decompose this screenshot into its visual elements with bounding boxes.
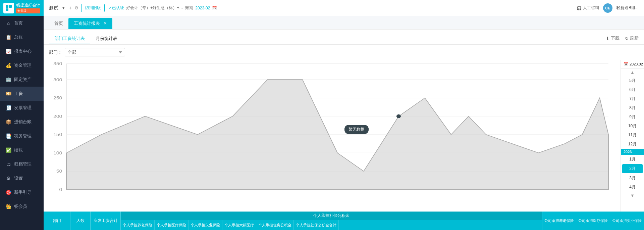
chart-container: 0 50 100 150 200 250 300 xyxy=(49,60,617,205)
th-group-cols: 个人承担养老保险 个人承担医疗保险 个人承担失业保险 个人承担大额医疗 个人承担… xyxy=(121,220,542,230)
main-content: 测试 ▾ + ⚙ 切到旧版 ✓已认证 好会计（专）+好生意（标）+… 账期 20… xyxy=(44,0,644,230)
th-count: 人数 xyxy=(70,212,91,230)
settings-icon[interactable]: ⚙ xyxy=(74,5,78,10)
topbar: 测试 ▾ + ⚙ 切到旧版 ✓已认证 好会计（专）+好生意（标）+… 账期 20… xyxy=(44,0,644,16)
date-item-3[interactable]: 3月 xyxy=(621,174,644,183)
sidebar-item-purchase[interactable]: 📦进销台账 xyxy=(0,115,44,129)
sidebar-item-label: 报表中心 xyxy=(14,48,32,54)
sidebar-item-label: 畅会员 xyxy=(14,203,27,210)
year-2023: 2023 xyxy=(621,149,644,155)
sidebar-item-ledger[interactable]: 📋总账 xyxy=(0,30,44,44)
date-item-6[interactable]: 6月 xyxy=(621,85,644,94)
settle-icon: ✅ xyxy=(5,147,11,153)
date-item-2[interactable]: 2月 xyxy=(622,164,643,173)
th-pension: 个人承担养老保险 xyxy=(121,220,155,230)
sidebar-item-salary[interactable]: 💴工资 xyxy=(0,87,44,101)
date-panel-header: 📅 2023.02 xyxy=(621,60,644,68)
date-item-1[interactable]: 1月 xyxy=(621,155,644,164)
svg-text:50: 50 xyxy=(56,169,62,174)
date-item-8[interactable]: 8月 xyxy=(621,103,644,112)
add-icon[interactable]: + xyxy=(69,5,72,11)
settings-icon: ⚙ xyxy=(5,176,11,181)
avatar[interactable]: CE xyxy=(603,3,612,13)
calendar-small-icon: 📅 xyxy=(624,62,628,66)
archive-icon: 🗂 xyxy=(5,162,11,167)
date-item-11[interactable]: 11月 xyxy=(621,131,644,140)
refresh-button[interactable]: ↻ 刷新 xyxy=(625,34,639,43)
date-panel: 📅 2023.02 ▲ 5月 6月 7月 8月 9月 10月 11月 12月 2… xyxy=(621,60,644,212)
product-info: 好会计（专）+好生意（标）+… xyxy=(126,5,183,11)
sidebar-item-label: 税务管理 xyxy=(14,133,32,139)
dept-label: 部门： xyxy=(49,49,62,55)
vip-icon: 👑 xyxy=(5,204,11,209)
date-item-10[interactable]: 10月 xyxy=(621,122,644,131)
period-label: 账期 xyxy=(185,5,193,11)
svg-rect-0 xyxy=(6,5,8,8)
sidebar-item-label: 发票管理 xyxy=(14,105,32,111)
sidebar-item-newguide[interactable]: 🎯新手引导 xyxy=(0,185,44,199)
tab-home[interactable]: 首页 xyxy=(49,18,68,29)
th-company-pension: 公司承担养老保险 xyxy=(542,212,576,230)
sidebar-item-label: 资金管理 xyxy=(14,62,32,68)
th-company-unemployment: 公司承担失业保险 xyxy=(610,212,644,230)
headset-icon: 🎧 xyxy=(577,6,582,10)
calendar-icon[interactable]: 📅 xyxy=(212,6,217,10)
date-down-button[interactable]: ▼ xyxy=(621,192,644,199)
sidebar-item-invoice[interactable]: 🧾发票管理 xyxy=(0,101,44,115)
th-group-title: 个人承担社保公积金 xyxy=(121,212,542,220)
download-button[interactable]: ⬇ 下载 xyxy=(606,34,620,43)
th-unemployment: 个人承担失业保险 xyxy=(189,220,222,230)
sidebar-item-funds[interactable]: 💰资金管理 xyxy=(0,58,44,73)
app-name: 畅捷通好会计 xyxy=(16,3,40,8)
th-total-salary: 应发工资合计 xyxy=(91,212,121,230)
purchase-icon: 📦 xyxy=(5,119,11,125)
switch-button[interactable]: 切到旧版 xyxy=(81,4,105,12)
subtab-bar: 部门工资统计表 月份统计表 ⬇ 下载 ↻ 刷新 xyxy=(44,30,644,45)
sidebar-item-label: 固定资产 xyxy=(14,77,32,83)
ledger-icon: 📋 xyxy=(5,35,11,40)
dept-select[interactable]: 全部 销售部 财务部 人事部 技术部 xyxy=(65,48,125,56)
th-personal-total: 个人承担社保公积金合计 xyxy=(294,220,339,230)
date-item-12[interactable]: 12月 xyxy=(621,140,644,149)
sidebar-item-label: 新手引导 xyxy=(14,189,32,195)
logo-icon xyxy=(3,3,14,13)
certified-status: ✓已认证 xyxy=(109,5,124,11)
tab-close-icon[interactable]: ✕ xyxy=(103,21,107,26)
date-item-9[interactable]: 9月 xyxy=(621,112,644,122)
svg-text:0: 0 xyxy=(59,187,62,192)
sidebar-item-assets[interactable]: 🏢固定资产 xyxy=(0,73,44,87)
tab-salary-report[interactable]: 工资统计报表 ✕ xyxy=(68,18,112,29)
sidebar-item-label: 工资 xyxy=(14,91,23,97)
sidebar-item-label: 总账 xyxy=(14,34,23,40)
topbar-status: ✓已认证 好会计（专）+好生意（标）+… 账期 2023-02 📅 xyxy=(109,5,217,11)
topbar-dropdown-icon[interactable]: ▾ xyxy=(62,5,65,10)
sidebar-item-reports[interactable]: 📈报表中心 xyxy=(0,44,44,58)
sidebar-nav: ⌂首页📋总账📈报表中心💰资金管理🏢固定资产💴工资🧾发票管理📦进销台账📑税务管理✅… xyxy=(0,16,44,214)
date-item-5[interactable]: 5月 xyxy=(621,76,644,85)
refresh-icon: ↻ xyxy=(625,36,629,41)
content-area: 部门工资统计表 月份统计表 ⬇ 下载 ↻ 刷新 部门： 全部 销售部 xyxy=(44,30,644,230)
sidebar-item-label: 设置 xyxy=(14,175,23,181)
svg-rect-2 xyxy=(6,8,8,11)
subtab-dept[interactable]: 部门工资统计表 xyxy=(49,34,90,44)
th-company-medical: 公司承担医疗保险 xyxy=(576,212,610,230)
download-icon: ⬇ xyxy=(606,36,609,41)
tabbar: 首页 工资统计报表 ✕ xyxy=(44,16,644,30)
support-button[interactable]: 🎧 人工咨询 xyxy=(577,5,599,11)
date-up-button[interactable]: ▲ xyxy=(621,68,644,76)
tax-icon: 📑 xyxy=(5,133,11,139)
sidebar: 畅捷通好会计 专业版 ⌂首页📋总账📈报表中心💰资金管理🏢固定资产💴工资🧾发票管理… xyxy=(0,0,44,230)
subtab-monthly[interactable]: 月份统计表 xyxy=(90,34,123,44)
sidebar-item-archive[interactable]: 🗂归档管理 xyxy=(0,157,44,171)
sidebar-item-vip[interactable]: 👑畅会员 xyxy=(0,199,44,214)
sidebar-item-home[interactable]: ⌂首页 xyxy=(0,16,44,30)
date-item-4[interactable]: 4月 xyxy=(621,183,644,192)
sidebar-item-tax[interactable]: 📑税务管理 xyxy=(0,129,44,143)
app-logo: 畅捷通好会计 专业版 xyxy=(0,0,44,16)
svg-text:100: 100 xyxy=(53,150,62,155)
date-item-7[interactable]: 7月 xyxy=(621,94,644,103)
sidebar-item-settle[interactable]: ✅结账 xyxy=(0,143,44,157)
period-value: 2023-02 xyxy=(195,6,210,10)
sidebar-item-settings[interactable]: ⚙设置 xyxy=(0,171,44,185)
svg-text:250: 250 xyxy=(53,95,62,100)
